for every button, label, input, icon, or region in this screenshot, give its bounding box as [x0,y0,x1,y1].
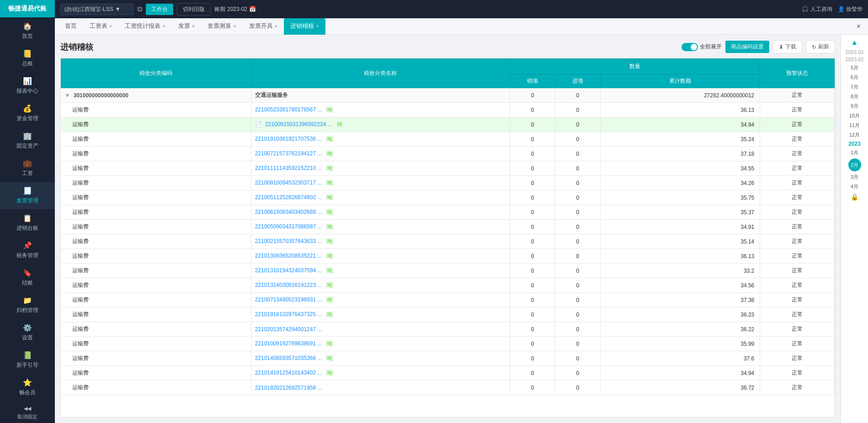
tab-invoice[interactable]: 发票 × [172,18,201,35]
tab-close-icon[interactable]: × [233,23,236,29]
workbench-button[interactable]: 工作台 [146,4,173,15]
panel-month-8[interactable]: 8月 [841,92,868,101]
panel-month-3[interactable]: 3月 [841,172,868,182]
item-status: 正常 [760,322,835,337]
table-row[interactable]: 运输费 221013101943240375​94 ... 吨 0 0 33.2… [61,264,835,278]
tab-invoice-open[interactable]: 发票开具 × [243,18,284,35]
item-invoice: 📄 221009150313965922​24 ... 吨 [251,117,510,132]
sidebar-item-label: 畅会员 [19,389,36,397]
sidebar-item-fund[interactable]: 💰 资金管理 [0,100,55,127]
table-row[interactable]: 运输费 221002155703576436​33 ... 吨 0 0 35.1… [61,234,835,249]
item-invoice: 221013093652085352​21 ... 吨 [251,249,510,264]
table-row[interactable]: 运输费 221014191254101434​02 ... 吨 0 0 34.9… [61,366,835,381]
close-all-tabs-btn[interactable]: × [853,22,864,31]
panel-month-10[interactable]: 10月 [841,111,868,121]
item-sales: 0 [510,381,555,395]
tab-close-icon[interactable]: × [275,23,277,29]
sidebar-item-salary[interactable]: 💼 工资 [0,154,55,182]
sidebar-item-assets[interactable]: 🏢 固定资产 [0,127,55,154]
table-row[interactable]: 运输费 221014085935710353​66 ... 吨 0 0 37.6… [61,351,835,366]
ledger-icon: 📒 [23,49,32,58]
table-row[interactable]: 运输费 221005090343170865​87 ... 吨 0 0 34.9… [61,220,835,234]
item-name: 运输费 [61,234,251,249]
table-row[interactable]: 运输费 221010091927898386​91 ... 吨 0 0 35.9… [61,337,835,351]
sidebar-item-settings[interactable]: ⚙️ 设置 [0,319,55,346]
switch-btn[interactable]: 切到旧版 [177,3,211,16]
download-btn[interactable]: ⬇ 下载 [773,40,802,53]
table-row[interactable]: 运输费 221018202126925719​58 ... 0 0 36.72 … [61,381,835,395]
item-invoice: 221013101943240375​94 ... 吨 [251,264,510,278]
panel-month-7[interactable]: 7月 [841,82,868,92]
sidebar-item-member[interactable]: ⭐ 畅会员 [0,374,55,401]
item-invoice: 221007215737621941​27 ... 吨 [251,147,510,161]
panel-month-12[interactable]: 12月 [841,130,868,140]
item-sales: 0 [510,293,555,307]
sidebar-item-archive[interactable]: 📁 归档管理 [0,291,55,319]
table-row[interactable]: 运输费 221007134905231969​31 ... 吨 0 0 37.3… [61,293,835,307]
table-row[interactable]: 运输费 221008100945323037​17 ... 吨 0 0 34.2… [61,176,835,190]
sidebar-item-guide[interactable]: 📗 新手引导 [0,346,55,374]
table-row[interactable]: 运输费 221013093652085352​21 ... 吨 0 0 36.1… [61,249,835,264]
expand-toggle[interactable]: 全部展开 [682,43,722,51]
item-purchase: 0 [555,381,600,395]
item-invoice: 221014085935710353​66 ... 吨 [251,351,510,366]
tab-close-icon[interactable]: × [316,23,319,29]
topbar: (勿动)江西报宝-LSS ▼ ⧉ 工作台 切到旧版 账期 2023-02 📅 🎧… [55,0,868,18]
table-row[interactable]: 运输费 221019161029764373​25 ... 吨 0 0 36.2… [61,307,835,322]
support-btn[interactable]: 🎧 人工咨询 [802,5,832,13]
table-row[interactable]: 运输费 📄 221009150313965922​24 ... 吨 0 0 34… [61,117,835,132]
sidebar-item-tax[interactable]: 📌 税务管理 [0,237,55,264]
tab-close-icon[interactable]: × [162,23,165,29]
fund-icon: 💰 [23,104,32,113]
table-row[interactable]: 运输费 221013140308161912​23 ... 吨 0 0 34.5… [61,278,835,293]
company-selector[interactable]: (勿动)江西报宝-LSS ▼ [60,4,133,15]
panel-month-2-active[interactable]: 2月 [848,159,861,171]
item-status: 正常 [760,117,835,132]
tab-close-icon[interactable]: × [109,23,112,29]
sidebar-item-invoice-mgmt[interactable]: 🧾 发票管理 [0,182,55,209]
toggle-switch[interactable] [682,43,698,51]
sidebar-item-settle[interactable]: 🔖 结账 [0,264,55,291]
tab-jxsr[interactable]: 进销稽核 × [284,18,325,35]
panel-scroll-up[interactable]: ▲ [841,37,868,48]
tab-invoice-calc[interactable]: 发票测算 × [201,18,242,35]
panel-month-11[interactable]: 11月 [841,121,868,130]
tab-salary[interactable]: 工资表 × [83,18,118,35]
copy-icon[interactable]: ⧉ [137,5,142,13]
sidebar-item-purchase[interactable]: 📋 进销台账 [0,209,55,237]
table-row[interactable]: 运输费 221011111435921522​10 ... 吨 0 0 34.5… [61,161,835,176]
sidebar-pin-toggle[interactable]: ◀◀ 取消固定 [0,401,55,423]
table-row[interactable]: 运输费 221005233817801765​67 ... 吨 0 0 36.1… [61,103,835,117]
tab-close-icon[interactable]: × [192,23,195,29]
table-row[interactable]: 运输费 221007215737621941​27 ... 吨 0 0 37.1… [61,147,835,161]
panel-month-1[interactable]: 1月 [841,148,868,158]
expand-icon[interactable]: ▼ [65,92,72,99]
user-avatar[interactable]: 👤 徐莹华 [838,5,863,13]
item-purchase: 0 [555,161,600,176]
panel-month-4[interactable]: 4月 [841,182,868,191]
item-name: 运输费 [61,220,251,234]
item-sales: 0 [510,307,555,322]
tabbar: 首页 工资表 × 工资统计报表 × 发票 × 发票测算 × 发票开具 × 进销稽… [55,18,868,35]
settings-btn[interactable]: 商品编码设置 [725,41,769,53]
refresh-btn[interactable]: ↻ 刷新 [806,40,835,53]
table-row[interactable]: 运输费 221006150834034026​88 ... 吨 0 0 35.3… [61,205,835,220]
table-row[interactable]: 运输费 221005112528266748​02 ... 吨 0 0 35.7… [61,190,835,205]
item-name: 运输费 [61,366,251,381]
sidebar-item-ledger[interactable]: 📒 总账 [0,45,55,72]
item-status: 正常 [760,278,835,293]
panel-month-9[interactable]: 9月 [841,101,868,111]
panel-month-5[interactable]: 5月 [841,63,868,73]
sidebar-item-report[interactable]: 📊 报表中心 [0,72,55,100]
data-table: 税收分类编码 税收分类名称 数量 预警状态 销项 进项 累计数额 [61,58,835,395]
calendar-icon[interactable]: 📅 [249,6,256,12]
table-row[interactable]: ▼ 301000000000000000 交通运输服务 0 0 27262.40… [61,88,835,103]
tab-home[interactable]: 首页 [59,18,83,35]
table-row[interactable]: 运输费 221020135742940012​47 ... 0 0 36.22 … [61,322,835,337]
sidebar-item-label: 新手引导 [16,361,38,369]
sidebar-item-home[interactable]: 🏠 首页 [0,17,55,45]
panel-month-6[interactable]: 6月 [841,73,868,82]
table-row[interactable]: 运输费 221019103619217075​36 ... 吨 0 0 35.2… [61,132,835,147]
tab-salary-stats[interactable]: 工资统计报表 × [118,18,171,35]
item-purchase: 0 [555,147,600,161]
